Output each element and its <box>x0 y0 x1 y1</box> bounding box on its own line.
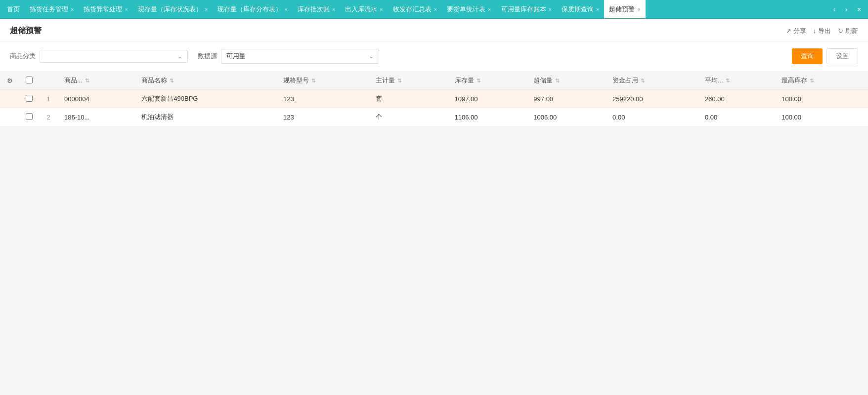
datasource-value: 可用量 <box>226 52 246 61</box>
nav-item-7[interactable]: 收发存汇总表 × <box>388 0 442 19</box>
category-select[interactable]: ⌄ <box>40 50 188 63</box>
page-header: 超储预警 ↗ 分享 ↓ 导出 ↻ 刷新 <box>0 19 868 41</box>
row-avg: 0.00 <box>699 108 776 126</box>
filter-area: 商品分类 ⌄ 数据源 可用量 ⌄ 查询 设置 <box>0 41 868 72</box>
close-icon[interactable]: × <box>205 6 208 12</box>
nav-item-2[interactable]: 拣货异常处理 × <box>79 0 132 19</box>
data-table: ⚙ 商品... ⇅ 商品名称 <box>0 72 868 126</box>
row-maxstock: 100.00 <box>776 90 868 108</box>
sort-icon: ⇅ <box>641 78 645 84</box>
table-wrapper: ⚙ 商品... ⇅ 商品名称 <box>0 72 868 126</box>
row-checkbox[interactable] <box>26 95 33 102</box>
sort-icon: ⇅ <box>477 78 481 84</box>
nav-item-3[interactable]: 现存量（库存状况表） × <box>133 0 213 19</box>
datasource-label: 数据源 <box>198 52 217 61</box>
row-product-code: 0000004 <box>58 90 135 108</box>
gear-icon[interactable]: ⚙ <box>7 77 13 84</box>
filter-actions: 查询 设置 <box>792 48 858 64</box>
datasource-select[interactable]: 可用量 ⌄ <box>221 49 379 64</box>
sort-icon: ⇅ <box>85 78 89 84</box>
nav-arrows: ‹ › × <box>828 0 866 19</box>
row-overstock: 1006.00 <box>527 108 607 126</box>
row-maxstock: 100.00 <box>776 108 868 126</box>
refresh-button[interactable]: ↻ 刷新 <box>838 27 858 36</box>
setting-button[interactable]: 设置 <box>826 48 858 64</box>
row-product-name: 机油滤清器 <box>135 108 277 126</box>
overstock-column-header[interactable]: 超储量 ⇅ <box>527 72 607 90</box>
nav-item-1[interactable]: 拣货任务管理 × <box>25 0 79 19</box>
row-checkbox-cell <box>20 90 39 108</box>
nav-next-button[interactable]: › <box>840 0 852 19</box>
close-icon[interactable]: × <box>380 6 383 12</box>
capital-column-header[interactable]: 资金占用 ⇅ <box>607 72 699 90</box>
nav-item-4[interactable]: 现存量（库存分布表） × <box>213 0 292 19</box>
row-spec: 123 <box>277 108 370 126</box>
table-header-row: ⚙ 商品... ⇅ 商品名称 <box>0 72 868 90</box>
row-capital: 0.00 <box>607 108 699 126</box>
page-wrapper: 超储预警 ↗ 分享 ↓ 导出 ↻ 刷新 商品分类 ⌄ 数据源 <box>0 19 868 126</box>
nav-item-6[interactable]: 出入库流水 × <box>340 0 388 19</box>
nav-item-8[interactable]: 要货单统计表 × <box>442 0 496 19</box>
chevron-down-icon: ⌄ <box>369 53 374 60</box>
row-stock: 1097.00 <box>449 90 528 108</box>
unit-column-header[interactable]: 主计量 ⇅ <box>370 72 449 90</box>
table-row: 1 0000004 六配套新昌490BPG 123 套 1097.00 997.… <box>0 90 868 108</box>
nav-item-active[interactable]: 超储预警 × <box>604 0 645 19</box>
row-avg: 260.00 <box>699 90 776 108</box>
product-name-column-header[interactable]: 商品名称 ⇅ <box>135 72 277 90</box>
refresh-icon: ↻ <box>838 27 843 35</box>
rownum-column-header <box>39 72 58 90</box>
close-icon[interactable]: × <box>637 6 640 12</box>
avg-column-header[interactable]: 平均... ⇅ <box>699 72 776 90</box>
row-number: 2 <box>39 108 58 126</box>
row-unit: 个 <box>370 108 449 126</box>
product-code-column-header[interactable]: 商品... ⇅ <box>58 72 135 90</box>
close-icon[interactable]: × <box>125 6 128 12</box>
export-button[interactable]: ↓ 导出 <box>813 27 831 36</box>
chevron-down-icon: ⌄ <box>177 53 182 60</box>
sort-icon: ⇅ <box>170 78 174 84</box>
close-icon[interactable]: × <box>434 6 437 12</box>
sort-icon: ⇅ <box>397 78 402 84</box>
row-checkbox-cell <box>20 108 39 126</box>
table-body: 1 0000004 六配套新昌490BPG 123 套 1097.00 997.… <box>0 90 868 126</box>
share-button[interactable]: ↗ 分享 <box>786 27 806 36</box>
nav-close-all-button[interactable]: × <box>852 0 866 19</box>
close-icon[interactable]: × <box>284 6 287 12</box>
row-overstock: 997.00 <box>527 90 607 108</box>
stock-column-header[interactable]: 库存量 ⇅ <box>449 72 528 90</box>
close-icon[interactable]: × <box>71 6 74 12</box>
category-label: 商品分类 <box>10 52 36 61</box>
datasource-filter: 数据源 可用量 ⌄ <box>198 49 379 64</box>
row-spec: 123 <box>277 90 370 108</box>
share-icon: ↗ <box>786 27 791 35</box>
spec-column-header[interactable]: 规格型号 ⇅ <box>277 72 370 90</box>
close-icon[interactable]: × <box>549 6 552 12</box>
page-title: 超储预警 <box>10 26 42 36</box>
row-gear <box>0 90 20 108</box>
sort-icon: ⇅ <box>726 78 730 84</box>
row-unit: 套 <box>370 90 449 108</box>
query-button[interactable]: 查询 <box>792 48 823 64</box>
gear-column-header: ⚙ <box>0 72 20 90</box>
nav-item-9[interactable]: 可用量库存账本 × <box>496 0 557 19</box>
checkbox-column-header <box>20 72 39 90</box>
nav-item-home[interactable]: 首页 <box>2 0 25 19</box>
sort-icon: ⇅ <box>810 78 814 84</box>
nav-bar: 首页 拣货任务管理 × 拣货异常处理 × 现存量（库存状况表） × 现存量（库存… <box>0 0 868 19</box>
row-number: 1 <box>39 90 58 108</box>
maxstock-column-header[interactable]: 最高库存 ⇅ <box>776 72 868 90</box>
close-icon[interactable]: × <box>332 6 335 12</box>
select-all-checkbox[interactable] <box>26 77 33 83</box>
row-capital: 259220.00 <box>607 90 699 108</box>
nav-item-10[interactable]: 保质期查询 × <box>557 0 604 19</box>
sort-icon: ⇅ <box>555 78 560 84</box>
category-filter: 商品分类 ⌄ <box>10 50 188 63</box>
close-icon[interactable]: × <box>488 6 491 12</box>
row-checkbox[interactable] <box>26 113 33 120</box>
close-icon[interactable]: × <box>596 6 599 12</box>
row-product-name: 六配套新昌490BPG <box>135 90 277 108</box>
sort-icon: ⇅ <box>311 78 316 84</box>
nav-item-5[interactable]: 库存批次账 × <box>293 0 340 19</box>
nav-prev-button[interactable]: ‹ <box>828 0 840 19</box>
